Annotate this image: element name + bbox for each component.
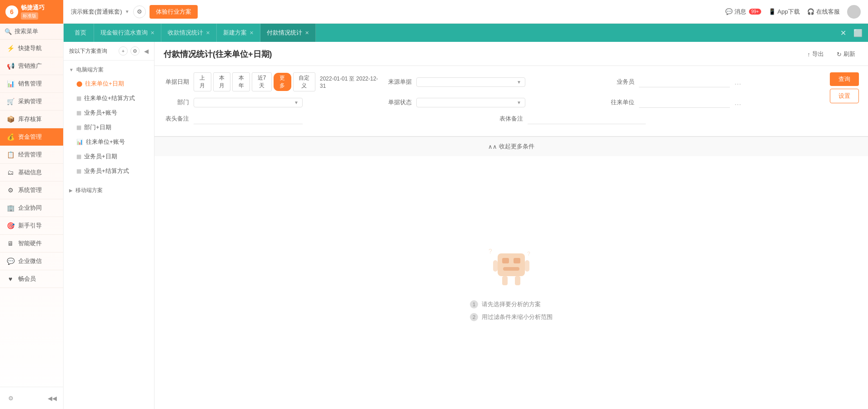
header-left: 演示账套(普通账套) ▼ ⚙ 体验行业方案 xyxy=(71,5,198,19)
sidebar-item-basic-info[interactable]: 🗂 基础信息 xyxy=(0,164,63,182)
app-download-btn[interactable]: 📱 App下载 xyxy=(768,8,800,16)
this-month-btn[interactable]: 本月 xyxy=(213,72,231,91)
tab-receipts-stats-label: 收款情况统计 xyxy=(168,29,203,37)
sidebar-item-marketing[interactable]: 📢 营销推广 xyxy=(0,57,63,75)
collapse-more-btn[interactable]: ∧∧ 收起更多条件 xyxy=(483,141,540,152)
smart-hw-icon: 🖥 xyxy=(6,239,15,247)
sidebar-item-label: 销售管理 xyxy=(18,80,42,88)
export-btn[interactable]: ↑ 导出 xyxy=(804,48,828,60)
header-settings-btn[interactable]: ⚙ xyxy=(133,5,146,18)
recent7-btn[interactable]: 近7天 xyxy=(252,72,272,91)
scheme-item-salesman-settlement[interactable]: ▦ 业务员+结算方式 xyxy=(64,164,154,178)
tab-bank-flow-close[interactable]: ✕ xyxy=(150,30,155,36)
desktop-group-arrow: ▼ xyxy=(69,67,74,72)
tab-home-label: 首页 xyxy=(75,29,86,37)
account-selector[interactable]: 演示账套(普通账套) ▼ xyxy=(71,8,130,16)
svg-rect-0 xyxy=(498,253,525,276)
this-year-btn[interactable]: 本年 xyxy=(232,72,250,91)
sidebar-item-enterprise[interactable]: 🏢 企业协同 xyxy=(0,199,63,217)
operations-icon: 📋 xyxy=(6,151,15,159)
sidebar-bottom: ⚙ ◀◀ xyxy=(0,387,63,409)
tab-maximize-btn[interactable]: ⬜ xyxy=(852,27,864,39)
logo-icon: 6 xyxy=(5,5,18,18)
sidebar-item-label: 系统管理 xyxy=(18,186,42,194)
messages-btn[interactable]: 💬 消息 99+ xyxy=(725,8,761,16)
partner-dots[interactable]: ... xyxy=(734,98,741,107)
tab-payment-stats-label: 付款情况统计 xyxy=(267,29,302,37)
scheme-settings-btn[interactable]: ⚙ xyxy=(130,46,140,56)
tab-payment-stats-close[interactable]: ✕ xyxy=(305,30,309,36)
filter-settings-btn[interactable]: 设置 xyxy=(830,89,859,103)
source-select[interactable]: ▼ xyxy=(416,77,525,87)
scheme-item-unit-date[interactable]: ⬤ 往来单位+日期 xyxy=(64,76,154,91)
salesman-input[interactable] xyxy=(639,76,730,87)
body-note-input[interactable] xyxy=(528,113,646,124)
sidebar-collapse-btn[interactable]: ◀◀ xyxy=(46,392,59,404)
online-service-label: 在线客服 xyxy=(816,8,840,16)
sidebar-item-capital[interactable]: 💰 资金管理 xyxy=(0,128,63,146)
scheme-item-unit-settlement[interactable]: ▦ 往来单位+结算方式 xyxy=(64,91,154,106)
dept-label: 部门 xyxy=(164,98,189,106)
custom-btn[interactable]: 自定义 xyxy=(293,72,315,91)
refresh-icon: ↻ xyxy=(837,51,842,58)
scheme-item-unit-account[interactable]: 📊 往来单位+账号 xyxy=(64,135,154,149)
dept-select[interactable]: ▼ xyxy=(194,98,303,107)
salesman-dots[interactable]: ... xyxy=(734,77,741,87)
sidebar-item-wechat[interactable]: 💬 企业微信 xyxy=(0,252,63,270)
mobile-scheme-group: ▶ 移动端方案 xyxy=(64,181,154,200)
tab-home[interactable]: 首页 xyxy=(67,24,94,42)
tab-receipts-stats[interactable]: 收款情况统计 ✕ xyxy=(161,24,217,42)
tip-text-1: 请先选择要分析的方案 xyxy=(482,300,541,308)
sidebar-item-operations[interactable]: 📋 经营管理 xyxy=(0,146,63,164)
online-service-btn[interactable]: 🎧 在线客服 xyxy=(807,8,840,16)
mobile-group-title[interactable]: ▶ 移动端方案 xyxy=(64,184,154,197)
sidebar-item-guide[interactable]: 🎯 新手引导 xyxy=(0,217,63,235)
search-menu-item[interactable]: 🔍 搜索菜单 xyxy=(0,24,63,40)
sidebar-item-vip[interactable]: ♥ 畅会员 xyxy=(0,270,63,288)
left-panel-title: 按以下方案查询 xyxy=(69,47,107,55)
empty-state: ? ? 1 请先选择要分析的方案 2 用过滤条件来缩小分析范围 xyxy=(155,156,868,409)
sidebar-item-label: 库存核算 xyxy=(18,115,42,123)
partner-label: 往来单位 xyxy=(609,98,634,106)
refresh-btn[interactable]: ↻ 刷新 xyxy=(833,48,859,60)
partner-input[interactable] xyxy=(639,97,730,108)
tab-payment-stats[interactable]: 付款情况统计 ✕ xyxy=(260,24,316,42)
sidebar-item-sales[interactable]: 📊 销售管理 xyxy=(0,75,63,93)
header-note-input[interactable] xyxy=(194,113,303,124)
guide-icon: 🎯 xyxy=(6,222,15,230)
scheme-item-salesman-account[interactable]: ▦ 业务员+账号 xyxy=(64,106,154,120)
sidebar-item-quick-nav[interactable]: ⚡ 快捷导航 xyxy=(0,40,63,57)
system-icon: ⚙ xyxy=(6,186,15,194)
tab-bank-flow[interactable]: 现金银行流水查询 ✕ xyxy=(94,24,161,42)
sidebar-item-label: 经营管理 xyxy=(18,151,42,159)
last-month-btn[interactable]: 上月 xyxy=(194,72,211,91)
query-btn[interactable]: 查询 xyxy=(830,72,859,86)
sidebar-item-smart-hw[interactable]: 🖥 智能硬件 xyxy=(0,235,63,252)
tab-receipts-stats-close[interactable]: ✕ xyxy=(206,30,210,36)
filter-col-source: 来源单据 ▼ xyxy=(386,77,602,87)
sidebar-item-label: 营销推广 xyxy=(18,62,42,70)
sidebar-item-inventory[interactable]: 📦 库存核算 xyxy=(0,111,63,128)
user-avatar[interactable] xyxy=(847,5,861,19)
sidebar-item-purchase[interactable]: 🛒 采购管理 xyxy=(0,93,63,111)
account-name: 演示账套(普通账套) xyxy=(71,8,122,16)
bill-status-select[interactable]: ▼ xyxy=(416,98,525,107)
date-filter-control: 上月 本月 本年 近7天 更多 自定义 2022-01-01 至 2022-12… xyxy=(194,72,379,91)
scheme-item-salesman-date[interactable]: ▦ 业务员+日期 xyxy=(64,149,154,164)
content-area: 按以下方案查询 + ⚙ ◀ ▼ 电脑端方案 ⬤ 往来单位+日期 ▦ xyxy=(64,42,868,409)
trial-btn[interactable]: 体验行业方案 xyxy=(150,5,198,19)
tab-bar-actions: ✕ ⬜ xyxy=(838,27,864,39)
sidebar-item-label: 资金管理 xyxy=(18,133,42,141)
tab-close-all-btn[interactable]: ✕ xyxy=(838,27,848,39)
main-area: 演示账套(普通账套) ▼ ⚙ 体验行业方案 💬 消息 99+ 📱 App下载 🎧… xyxy=(64,0,868,409)
sidebar-settings-btn[interactable]: ⚙ xyxy=(5,392,17,404)
scheme-item-dept-date[interactable]: ▦ 部门+日期 xyxy=(64,120,154,135)
add-scheme-btn[interactable]: + xyxy=(119,46,128,56)
salesman-label: 业务员 xyxy=(609,78,634,86)
tab-new-scheme-close[interactable]: ✕ xyxy=(249,30,254,36)
tab-new-scheme[interactable]: 新建方案 ✕ xyxy=(217,24,260,42)
sidebar-item-system[interactable]: ⚙ 系统管理 xyxy=(0,182,63,199)
more-btn[interactable]: 更多 xyxy=(274,73,291,91)
left-panel-collapse-btn[interactable]: ◀ xyxy=(144,48,149,55)
desktop-group-title[interactable]: ▼ 电脑端方案 xyxy=(64,63,154,76)
